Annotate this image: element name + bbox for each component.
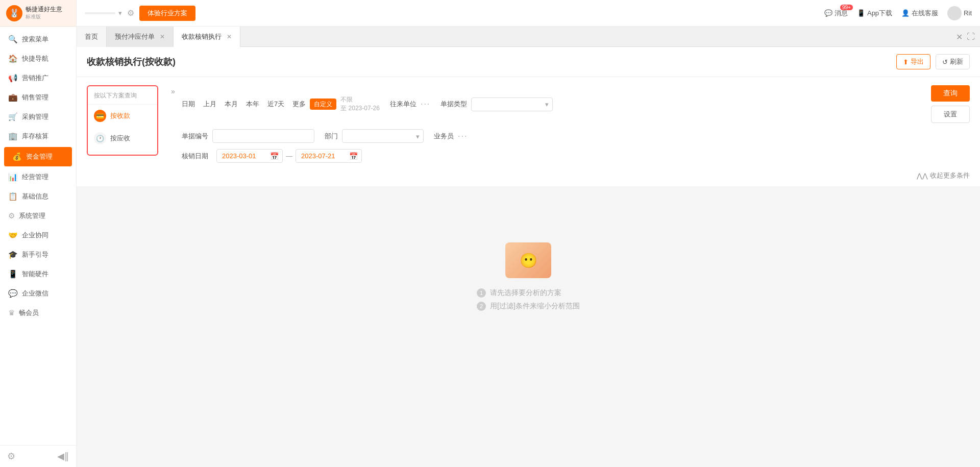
topbar-appname-text [85, 12, 115, 14]
query-button[interactable]: 查询 [931, 85, 970, 102]
sidebar-item-hardware[interactable]: 📱 智能硬件 [0, 264, 76, 284]
docnum-label: 单据编号 [182, 132, 208, 141]
solution-button[interactable]: 体验行业方案 [139, 6, 195, 21]
sidebar-item-enterprise[interactable]: 🤝 企业协同 [0, 226, 76, 245]
date-tab-7days[interactable]: 近7天 [263, 99, 288, 110]
sidebar-item-purchase[interactable]: 🛒 采购管理 [0, 107, 76, 127]
sidebar-item-inventory[interactable]: 🏢 库存核算 [0, 127, 76, 146]
empty-state: 😶 1 请先选择要分析的方案 2 用[过滤]条件来缩小分析范围 [77, 186, 980, 352]
sidebar-item-vip[interactable]: ♛ 畅会员 [0, 303, 76, 323]
filter-option-by-receivable-label: 按应收 [110, 134, 130, 143]
receipt-icon: 💳 [94, 110, 106, 122]
verify-date-range: 📅 — 📅 [216, 149, 362, 163]
doctype-select[interactable] [471, 97, 553, 111]
sidebar-item-inventory-label: 库存核算 [22, 132, 48, 141]
sidebar-item-system[interactable]: ⚙ 系统管理 [0, 206, 76, 226]
empty-hint-2: 2 用[过滤]条件来缩小分析范围 [477, 302, 580, 311]
online-service-button[interactable]: 👤 在线客服 [901, 9, 938, 18]
logo-sub: 标准版 [26, 13, 62, 20]
app-download-button[interactable]: 📱 App下载 [857, 9, 892, 18]
sidebar-menu: 🔍 搜索菜单 🏠 快捷导航 📢 营销推广 💼 销售管理 🛒 采购管理 🏢 库存核… [0, 27, 76, 445]
tab-home-label: 首页 [85, 32, 98, 41]
sidebar-item-quicknav[interactable]: 🏠 快捷导航 [0, 49, 76, 68]
sidebar-item-basicinfo[interactable]: 📋 基础信息 [0, 187, 76, 206]
basicinfo-icon: 📋 [8, 192, 18, 201]
collapse-icon[interactable]: ◀‖ [57, 451, 69, 462]
empty-hints: 1 请先选择要分析的方案 2 用[过滤]条件来缩小分析范围 [477, 288, 580, 311]
calendar-end-icon[interactable]: 📅 [349, 152, 358, 160]
message-icon: 💬 [824, 9, 832, 17]
tab-prepay[interactable]: 预付冲应付单 ✕ [107, 27, 174, 47]
tab-verify-label: 收款核销执行 [182, 32, 222, 41]
salesperson-label: 业务员 [434, 132, 454, 141]
logo-area: 🐰 畅捷通好生意 标准版 [0, 0, 76, 27]
dept-select[interactable] [342, 129, 424, 143]
filter-group-date: 日期 上月 本月 本年 近7天 更多 自定义 不限 至 [182, 95, 380, 113]
tab-verify[interactable]: 收款核销执行 ✕ [174, 27, 240, 47]
filter-area: 按以下方案查询 💳 按收款 🕐 按应收 » [77, 77, 980, 186]
filter-option-by-receipt[interactable]: 💳 按收款 [88, 105, 157, 127]
tab-prepay-close[interactable]: ✕ [160, 33, 165, 40]
docnum-input[interactable] [212, 129, 314, 143]
tab-home[interactable]: 首页 [77, 27, 107, 47]
page-header: 收款核销执行(按收款) ⬆ 导出 ↺ 刷新 [77, 47, 980, 77]
calendar-start-icon[interactable]: 📅 [270, 152, 279, 160]
sidebar-item-funds[interactable]: 💰 资金管理 [4, 147, 72, 166]
date-tab-last-month[interactable]: 上月 [199, 99, 220, 110]
filter-group-doctype: 单据类型 ▾ [440, 97, 553, 111]
topbar-appname[interactable]: ▾ [85, 9, 122, 17]
home-icon: 🏠 [8, 54, 18, 63]
export-button[interactable]: ⬆ 导出 [896, 54, 930, 69]
empty-hint-1: 1 请先选择要分析的方案 [477, 288, 580, 298]
message-button[interactable]: 💬 消息 99+ [824, 9, 848, 18]
settings-button[interactable]: 设置 [931, 106, 970, 123]
sidebar-item-operations[interactable]: 📊 经营管理 [0, 167, 76, 187]
service-icon: 👤 [901, 9, 910, 17]
settings-icon[interactable]: ⚙ [7, 451, 15, 462]
tab-prepay-label: 预付冲应付单 [115, 32, 155, 41]
sidebar-item-marketing[interactable]: 📢 营销推广 [0, 68, 76, 88]
page-header-actions: ⬆ 导出 ↺ 刷新 [896, 54, 970, 77]
sidebar-item-sales[interactable]: 💼 销售管理 [0, 88, 76, 107]
salesperson-dots[interactable]: ··· [458, 132, 468, 141]
hint-num-2: 2 [477, 302, 486, 311]
sidebar-item-operations-label: 经营管理 [22, 173, 48, 182]
tab-verify-close[interactable]: ✕ [227, 33, 232, 40]
filter-option-by-receivable[interactable]: 🕐 按应收 [88, 127, 157, 150]
filter-group-docnum: 单据编号 [182, 129, 314, 143]
sidebar-item-marketing-label: 营销推广 [22, 73, 48, 83]
filter-sidebar-title: 按以下方案查询 [88, 91, 157, 105]
refresh-button[interactable]: ↺ 刷新 [936, 54, 970, 69]
tab-close-button[interactable]: ✕ [956, 32, 963, 41]
sidebar-item-wechat[interactable]: 💬 企业微信 [0, 284, 76, 303]
verify-start-wrapper: 📅 [216, 149, 283, 163]
vip-icon: ♛ [8, 308, 15, 317]
sidebar-item-basicinfo-label: 基础信息 [22, 192, 48, 201]
date-tab-more[interactable]: 更多 [288, 99, 310, 110]
user-profile[interactable]: Rit [947, 6, 972, 20]
hint-num-1: 1 [477, 288, 486, 298]
online-service-label: 在线客服 [912, 9, 938, 18]
filter-collapse-button[interactable]: » [168, 87, 178, 95]
user-name: Rit [964, 9, 972, 17]
empty-face-icon: 😶 [520, 252, 537, 269]
wechat-icon: 💬 [8, 289, 18, 298]
collapse-more-button[interactable]: ⋀⋀ 收起更多条件 [917, 169, 970, 182]
content-area: 收款核销执行(按收款) ⬆ 导出 ↺ 刷新 按以下方案查询 💳 [77, 47, 980, 467]
counterparty-dots[interactable]: ··· [421, 100, 430, 109]
date-tab-custom[interactable]: 自定义 [310, 99, 336, 110]
date-tab-this-year[interactable]: 本年 [242, 99, 263, 110]
tab-expand-button[interactable]: ⛶ [967, 32, 975, 41]
sidebar-item-system-label: 系统管理 [19, 211, 45, 220]
date-tab-this-month[interactable]: 本月 [220, 99, 242, 110]
filter-row-1: 日期 上月 本月 本年 近7天 更多 自定义 不限 至 [182, 85, 970, 123]
counterparty-label: 往来单位 [390, 100, 416, 109]
gear-icon[interactable]: ⚙ [127, 8, 134, 18]
sidebar-item-enterprise-label: 企业协同 [22, 231, 48, 240]
filter-group-salesperson: 业务员 ··· [434, 132, 468, 141]
dept-select-wrapper: ▾ [342, 129, 424, 143]
sidebar-item-search[interactable]: 🔍 搜索菜单 [0, 30, 76, 49]
date-tabs: 上月 本月 本年 近7天 更多 自定义 [199, 99, 336, 110]
topbar-right: 💬 消息 99+ 📱 App下载 👤 在线客服 Rit [824, 6, 972, 20]
sidebar-item-guide[interactable]: 🎓 新手引导 [0, 245, 76, 264]
